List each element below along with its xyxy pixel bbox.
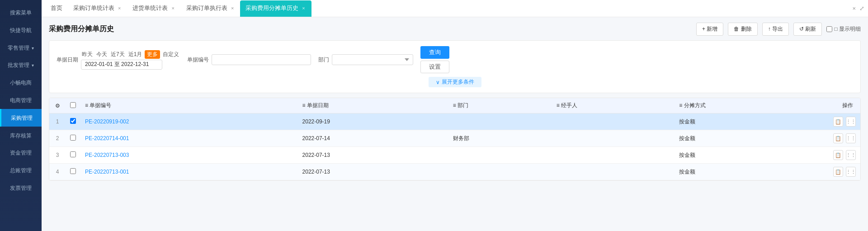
tab-close-import-stats[interactable]: × xyxy=(170,5,175,11)
row-doc-num-3: PE-20220713-003 xyxy=(80,147,298,164)
sidebar-label-wholesale: 批发管理 ▾ xyxy=(2,61,40,69)
tab-purchase-order-exec[interactable]: 采购订单执行表× xyxy=(181,0,240,17)
tabs-container: 采购订单统计表×进货单统计表×采购订单执行表×采购费用分摊单历史× xyxy=(68,0,311,17)
add-button[interactable]: + 新增 xyxy=(696,23,723,36)
row-checkbox-2[interactable] xyxy=(66,130,80,147)
row-num-3: 3 xyxy=(49,147,66,164)
toolbar: + 新增 🗑 删除 ↑ 导出 ↺ 刷新 □ 显示明细 xyxy=(696,23,861,36)
sidebar-label-invoice: 发票管理 xyxy=(2,184,40,192)
table-wrap: ⚙ ≡ 单据编号 ≡ 单据日期 ≡ 部门 ≡ 经手人 ≡ 分摊方式 操作 1 P… xyxy=(49,98,861,181)
date-group: 昨天 今天 近7天 近1月 更多 自定义 xyxy=(81,50,180,70)
sidebar-label-ecom: 电商管理 xyxy=(2,97,40,104)
tab-close-purchase-order-stats[interactable]: × xyxy=(117,5,122,11)
window-close-btn[interactable]: × xyxy=(852,5,856,12)
doc-num-link-4[interactable]: PE-20220713-001 xyxy=(85,169,129,175)
row-handler-1 xyxy=(552,113,675,130)
refresh-button[interactable]: ↺ 刷新 xyxy=(793,23,822,36)
table-head: ⚙ ≡ 单据编号 ≡ 单据日期 ≡ 部门 ≡ 经手人 ≡ 分摊方式 操作 xyxy=(49,98,860,113)
tab-import-stats[interactable]: 进货单统计表× xyxy=(127,0,180,17)
show-detail-label[interactable]: □ 显示明细 xyxy=(826,25,861,33)
sidebar-item-wholesale[interactable]: 批发管理 ▾ xyxy=(0,56,42,74)
row-dept-1 xyxy=(448,113,552,130)
doc-num-label: 单据编号 xyxy=(187,56,209,64)
more-action-3[interactable]: ⋮⋮ xyxy=(846,150,856,160)
date-field: 单据日期 昨天 今天 近7天 近1月 更多 自定义 xyxy=(57,50,180,70)
doc-num-input[interactable] xyxy=(212,54,311,65)
tab-close-purchase-order-exec[interactable]: × xyxy=(230,5,235,11)
view-action-2[interactable]: 📋 xyxy=(833,133,843,143)
page-title: 采购费用分摊单历史 xyxy=(49,24,114,34)
col-settings[interactable]: ⚙ xyxy=(49,98,66,113)
expand-btn[interactable]: ∨ 展开更多条件 xyxy=(429,77,481,87)
show-detail-checkbox[interactable] xyxy=(826,26,832,32)
doc-num-field: 单据编号 xyxy=(187,54,311,65)
sidebar-label-mobile: 小畅电商 xyxy=(2,79,40,87)
sidebar: 搜索菜单快捷导航零售管理 ▾批发管理 ▾小畅电商电商管理采购管理库存核算资金管理… xyxy=(0,0,42,231)
row-checkbox-1[interactable] xyxy=(66,113,80,130)
date-shortcuts: 昨天 今天 近7天 近1月 更多 自定义 xyxy=(81,50,180,59)
dept-select[interactable]: 财务部 xyxy=(332,54,413,65)
setting-button[interactable]: 设置 xyxy=(420,61,449,73)
tab-purchase-cost-history[interactable]: 采购费用分摊单历史× xyxy=(240,0,311,17)
row-doc-date-4: 2022-07-13 xyxy=(298,164,448,180)
window-expand-btn[interactable]: ⤢ xyxy=(859,5,864,12)
sidebar-item-invoice[interactable]: 发票管理 xyxy=(0,179,42,197)
date-range-input[interactable] xyxy=(81,60,162,70)
col-checkbox-header[interactable] xyxy=(66,98,80,113)
view-action-4[interactable]: 📋 xyxy=(833,167,843,177)
view-action-1[interactable]: 📋 xyxy=(833,117,843,127)
date-label: 单据日期 xyxy=(57,56,78,64)
select-all-checkbox[interactable] xyxy=(70,102,76,108)
row-check-3[interactable] xyxy=(70,151,76,157)
doc-num-link-1[interactable]: PE-20220919-002 xyxy=(85,118,129,125)
row-actions-2: 📋 ⋮⋮ xyxy=(820,130,860,147)
tab-close-purchase-cost-history[interactable]: × xyxy=(301,5,306,11)
more-action-2[interactable]: ⋮⋮ xyxy=(846,133,856,143)
row-check-4[interactable] xyxy=(70,168,76,174)
row-checkbox-3[interactable] xyxy=(66,147,80,164)
sidebar-item-retail[interactable]: 零售管理 ▾ xyxy=(0,39,42,57)
row-actions-4: 📋 ⋮⋮ xyxy=(820,164,860,180)
sidebar-item-finance[interactable]: 资金管理 xyxy=(0,144,42,161)
yesterday-btn[interactable]: 昨天 xyxy=(81,50,94,59)
more-action-1[interactable]: ⋮⋮ xyxy=(846,117,856,127)
query-button[interactable]: 查询 xyxy=(420,46,449,59)
expand-label: 展开更多条件 xyxy=(442,78,474,86)
row-check-1[interactable] xyxy=(70,118,76,124)
tab-home[interactable]: 首页 xyxy=(45,0,68,17)
sidebar-item-ecom[interactable]: 电商管理 xyxy=(0,91,42,109)
table-row: 1 PE-20220919-002 2022-09-19 按金额 📋 ⋮⋮ xyxy=(49,113,860,130)
more-btn[interactable]: 更多 xyxy=(145,50,160,59)
view-action-3[interactable]: 📋 xyxy=(833,150,843,160)
sidebar-item-inventory[interactable]: 库存核算 xyxy=(0,127,42,144)
sidebar-item-search[interactable]: 搜索菜单 xyxy=(0,4,42,21)
doc-num-link-3[interactable]: PE-20220713-003 xyxy=(85,152,129,158)
tabs-right: × ⤢ xyxy=(852,5,864,12)
header-row: ⚙ ≡ 单据编号 ≡ 单据日期 ≡ 部门 ≡ 经手人 ≡ 分摊方式 操作 xyxy=(49,98,860,113)
more-action-4[interactable]: ⋮⋮ xyxy=(846,167,856,177)
row-check-2[interactable] xyxy=(70,135,76,141)
custom-btn[interactable]: 自定义 xyxy=(162,50,180,59)
sidebar-item-purchase[interactable]: 采购管理 xyxy=(0,109,42,127)
row-num-1: 1 xyxy=(49,113,66,130)
last1m-btn[interactable]: 近1月 xyxy=(127,50,143,59)
export-button[interactable]: ↑ 导出 xyxy=(762,23,789,36)
row-handler-4 xyxy=(552,164,675,180)
sidebar-item-mobile[interactable]: 小畅电商 xyxy=(0,74,42,91)
search-btns: 查询 设置 xyxy=(420,46,449,73)
last7-btn[interactable]: 近7天 xyxy=(110,50,126,59)
row-checkbox-4[interactable] xyxy=(66,164,80,180)
table-row: 2 PE-20220714-001 2022-07-14 财务部 按金额 📋 ⋮… xyxy=(49,130,860,147)
sidebar-item-quick[interactable]: 快捷导航 xyxy=(0,21,42,39)
table-body: 1 PE-20220919-002 2022-09-19 按金额 📋 ⋮⋮ 2 … xyxy=(49,113,860,180)
today-btn[interactable]: 今天 xyxy=(95,50,108,59)
main-area: 首页 采购订单统计表×进货单统计表×采购订单执行表×采购费用分摊单历史× × ⤢… xyxy=(42,0,868,231)
tab-purchase-order-stats[interactable]: 采购订单统计表× xyxy=(68,0,127,17)
search-row: 单据日期 昨天 今天 近7天 近1月 更多 自定义 xyxy=(57,46,853,73)
doc-num-link-2[interactable]: PE-20220714-001 xyxy=(85,135,129,141)
delete-button[interactable]: 🗑 删除 xyxy=(728,23,757,36)
tabs-bar: 首页 采购订单统计表×进货单统计表×采购订单执行表×采购费用分摊单历史× × ⤢ xyxy=(42,0,868,17)
sidebar-label-retail: 零售管理 ▾ xyxy=(2,44,40,52)
sidebar-item-ledger[interactable]: 总账管理 xyxy=(0,161,42,179)
sidebar-label-ledger: 总账管理 xyxy=(2,167,40,174)
